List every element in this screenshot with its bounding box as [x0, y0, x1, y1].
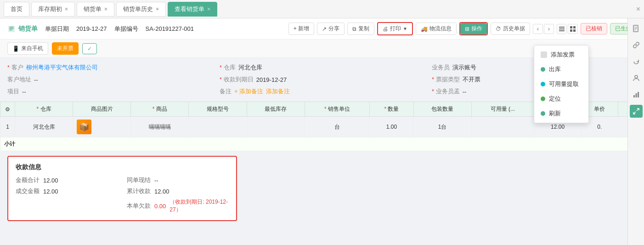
- share-button[interactable]: ↗ 分享: [317, 23, 345, 35]
- next-arrow[interactable]: ›: [544, 24, 554, 34]
- doc-header: 销货单 单据日期 2019-12-27 单据编号 SA-20191227-001…: [0, 18, 644, 40]
- close-all-button[interactable]: ×: [636, 5, 640, 13]
- logistics-icon: 🚚: [421, 26, 428, 32]
- tab-view-sales-close[interactable]: ×: [207, 6, 210, 12]
- project-field: 项目 --: [7, 87, 212, 96]
- svg-rect-1: [559, 27, 565, 28]
- current-due-value: 0.00: [154, 203, 166, 210]
- same-order-label: 同单现结: [127, 176, 151, 184]
- doc-meta: 单据日期 2019-12-27 单据编号 SA-20191227-001: [45, 25, 194, 33]
- menu-refresh[interactable]: 刷新: [534, 106, 588, 121]
- menu-add-invoice[interactable]: 添加发票: [534, 47, 588, 62]
- menu-locate[interactable]: 定位: [534, 91, 588, 106]
- logistics-button[interactable]: 🚚 物流信息: [416, 23, 457, 35]
- svg-rect-2: [559, 28, 565, 29]
- doc-date-value: 2019-12-27: [76, 25, 107, 32]
- same-order-row: 同单现结 --: [127, 176, 229, 184]
- note-action[interactable]: + 添加备注: [234, 87, 263, 96]
- note-action-text[interactable]: 添加备注: [266, 87, 290, 96]
- subtotal-label: 小计: [0, 137, 644, 151]
- page-wrapper: 首页 库存期初 × 销货单 × 销货单历史 × 查看销货单 × × 销货单: [0, 0, 644, 245]
- sidebar-icon-refresh[interactable]: [630, 55, 643, 68]
- operation-button[interactable]: ⊞ 操作: [460, 23, 487, 34]
- staff-value: 演示账号: [452, 63, 476, 72]
- same-order-value: --: [154, 177, 158, 184]
- tab-view-sales[interactable]: 查看销货单 ×: [168, 2, 217, 17]
- sidebar-icon-link[interactable]: [630, 39, 643, 51]
- warehouse-value: 河北仓库: [238, 63, 262, 72]
- row-warehouse: 河北仓库: [15, 117, 73, 137]
- svg-rect-15: [638, 92, 639, 97]
- tab-view-sales-label: 查看销货单: [175, 5, 204, 13]
- available-qty-dot: [541, 82, 545, 86]
- from-phone-button[interactable]: 📱 来自手机: [7, 42, 48, 55]
- prev-arrow[interactable]: ‹: [533, 24, 543, 34]
- not-open-button[interactable]: 未开票: [52, 42, 79, 55]
- col-unit: 销售单位: [305, 102, 370, 117]
- customer-field: 客户 柳州粤港平安气体有限公司: [7, 63, 212, 72]
- col-qty: 数量: [370, 102, 413, 117]
- deal-amount-label: 成交金额: [16, 187, 40, 195]
- row-num: 1: [0, 117, 15, 137]
- print-dropdown-icon: ▼: [403, 26, 407, 31]
- menu-available-qty[interactable]: 可用量提取: [534, 77, 588, 91]
- cumulative-label: 累计收款: [127, 187, 151, 195]
- tab-sales[interactable]: 销货单 ×: [77, 2, 114, 17]
- new-button[interactable]: + 新增: [288, 23, 314, 35]
- row-qty: 1.00: [370, 117, 413, 137]
- col-settings[interactable]: ⚙: [0, 102, 15, 117]
- doc-date-label: 单据日期: [45, 25, 69, 33]
- staff-label: 业务员: [432, 63, 450, 72]
- col-available: 可用量 (...: [471, 102, 534, 117]
- history-button[interactable]: ⏱ 历史单据: [491, 23, 530, 35]
- operation-label: 操作: [471, 25, 482, 33]
- phone-icon: 📱: [12, 46, 19, 52]
- out-warehouse-label: 出库: [549, 65, 561, 74]
- sidebar-icon-expand[interactable]: [630, 105, 643, 118]
- check-icon: ✓: [87, 46, 92, 52]
- svg-rect-5: [573, 26, 576, 28]
- customer-value[interactable]: 柳州粤港平安气体有限公司: [26, 63, 98, 72]
- salesperson-label: 业务员孟: [432, 87, 460, 96]
- col-spec: 规格型号: [189, 102, 247, 117]
- operation-icon: ⊞: [465, 26, 469, 32]
- row-min-stock: [247, 117, 305, 137]
- due-date-label: 收款到期日: [220, 75, 254, 84]
- copy-button[interactable]: ⧉ 复制: [347, 23, 374, 35]
- tab-inventory-close[interactable]: ×: [65, 6, 68, 12]
- subtotal-row: 小计: [0, 137, 644, 151]
- check-button[interactable]: ✓: [82, 43, 97, 54]
- total-amount-row: 金额合计 12.00: [16, 176, 118, 184]
- tab-history-close[interactable]: ×: [156, 6, 159, 12]
- row-img: 📦: [73, 117, 131, 137]
- col-img: 商品图片: [73, 102, 131, 117]
- tab-home[interactable]: 首页: [4, 2, 29, 17]
- doc-title: 销货单: [7, 25, 38, 33]
- view-icons: [557, 24, 578, 34]
- tab-bar: 首页 库存期初 × 销货单 × 销货单历史 × 查看销货单 × ×: [0, 0, 644, 18]
- sidebar-icon-doc[interactable]: [630, 22, 643, 35]
- warehouse-field: 仓库 河北仓库: [220, 63, 424, 72]
- svg-rect-13: [633, 95, 635, 97]
- doc-number-label: 单据编号: [114, 25, 138, 33]
- note-label: 备注: [220, 87, 232, 96]
- tab-inventory[interactable]: 库存期初 ×: [31, 2, 75, 17]
- sidebar-icon-user[interactable]: [630, 72, 643, 85]
- svg-rect-4: [570, 26, 572, 28]
- tab-history[interactable]: 销货单历史 ×: [116, 2, 166, 17]
- tab-inventory-label: 库存期初: [38, 5, 62, 13]
- copy-label: 复制: [358, 25, 369, 33]
- tab-sales-close[interactable]: ×: [104, 6, 107, 12]
- sidebar-icon-chart[interactable]: [630, 88, 643, 101]
- due-date-note: （收款到期日: 2019-12-27）: [169, 198, 229, 214]
- print-button[interactable]: 🖨 打印 ▼: [377, 22, 413, 35]
- address-value: --: [34, 76, 38, 83]
- list-view-icon[interactable]: [557, 24, 567, 34]
- ticket-type-label: 票据类型: [432, 75, 460, 84]
- menu-out-warehouse[interactable]: 出库: [534, 62, 588, 77]
- grid-view-icon[interactable]: [568, 24, 578, 34]
- current-due-label: 本单欠款: [127, 202, 151, 210]
- out-warehouse-dot: [541, 67, 545, 72]
- ticket-type-value: 不开票: [463, 75, 480, 84]
- payment-section: 收款信息 金额合计 12.00 同单现结 -- 成交金额 12.00 累计收款 …: [7, 156, 237, 221]
